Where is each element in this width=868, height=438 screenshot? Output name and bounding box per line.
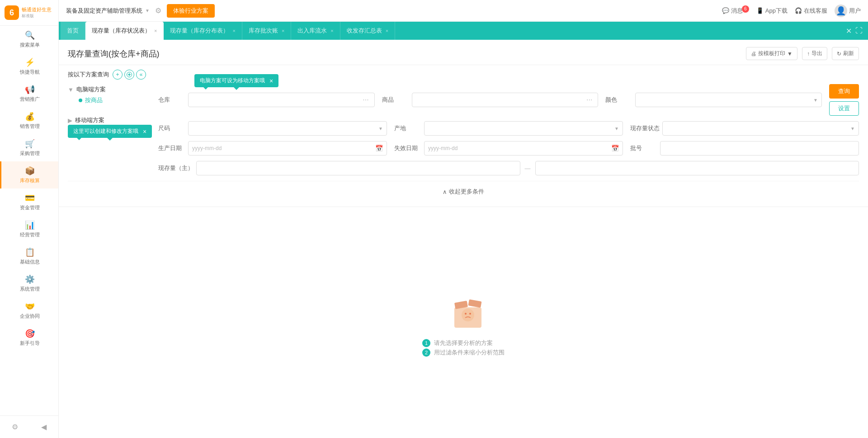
sidebar-item-operation[interactable]: 📊 经营管理 [0,216,58,243]
marketing-nav-icon: 📢 [25,85,35,94]
scheme-pc-arrow: ▼ [68,86,74,93]
color-select[interactable]: ▼ [635,93,822,107]
sidebar-bottom: ⚙ ◀ [0,415,58,438]
collapse-row: ∧ 收起更多条件 [68,181,859,202]
sidebar-item-inventory[interactable]: 📦 库存核算 [0,161,58,188]
scheme-tree-area: ▼ 电脑端方案 按商品 这里可以创建和修改方案哦 × [68,84,859,181]
tab-inventory-dist[interactable]: 现存量（库存分布表） × [164,22,242,40]
support-btn[interactable]: 🎧 在线客服 [795,7,827,15]
origin-label: 产地 [394,124,421,132]
sidebar-settings-icon[interactable]: ⚙ [9,420,20,433]
goods-select[interactable]: ··· [412,93,599,107]
header-right: 💬 消息 6 📱 App下载 🎧 在线客服 👤 用户 [722,5,861,17]
size-label: 尺码 [158,124,185,132]
tab-receive-send-close[interactable]: × [386,28,388,33]
tab-inout-flow[interactable]: 出入库流水 × [291,22,340,40]
inventory-status-select[interactable]: ▼ [662,121,859,136]
export-btn[interactable]: ↑ 导出 [802,47,827,60]
collapse-btn-label: 收起更多条件 [449,188,484,196]
tab-batch-accounts-close[interactable]: × [282,28,284,33]
origin-select[interactable]: ▼ [424,121,623,136]
step1-num: 1 [422,339,430,347]
filter-edit-btn[interactable] [124,70,134,80]
sidebar-label-marketing: 营销推广 [20,96,40,103]
tab-expand-icon[interactable]: ⛶ [855,27,863,35]
page-header: 现存量查询(按仓库+商品) 🖨 按模板打印 ▼ ↑ 导出 ↻ 刷新 [59,40,868,65]
sidebar-item-basic[interactable]: 📋 基础信息 [0,243,58,270]
empty-texts: 1 请先选择要分析的方案 2 用过滤条件来缩小分析范围 [422,338,505,358]
refresh-label: 刷新 [843,50,854,57]
operation-nav-icon: 📊 [25,220,35,230]
form-row-1: 仓库 ··· 商品 ··· [158,84,859,116]
sidebar-item-sales[interactable]: 💰 销售管理 [0,107,58,134]
tab-receive-send[interactable]: 收发存汇总表 × [340,22,395,40]
sidebar-item-guide[interactable]: ⚡ 快捷导航 [0,53,58,80]
avatar: 👤 [835,5,847,17]
inventory-status-arrow-icon: ▼ [850,126,855,131]
filter-prev-btn[interactable]: « [136,70,146,80]
origin-arrow-icon: ▼ [614,126,619,131]
tab-inventory-status[interactable]: 现存量（库存状况表） × [85,22,164,40]
tab-receive-send-label: 收发存汇总表 [347,27,382,35]
color-group: 颜色 ▼ [605,93,822,107]
sidebar-item-system[interactable]: ⚙️ 系统管理 [0,270,58,297]
sidebar-item-corp[interactable]: 🤝 企业协同 [0,297,58,324]
tab-home[interactable]: 首页 [61,22,85,40]
tab-inout-flow-close[interactable]: × [330,28,333,33]
notification-badge: 6 [742,5,749,13]
settings-btn[interactable]: 设置 [829,101,859,116]
message-btn[interactable]: 💬 消息 6 [722,7,749,15]
filter-area: 按以下方案查询 + « 电脑方案可设为移动方案哦 × [59,65,868,207]
tooltip1-close[interactable]: × [269,77,273,85]
scheme-pc-item[interactable]: ▼ 电脑端方案 [68,84,149,95]
collapse-btn[interactable]: ∧ 收起更多条件 [443,185,484,198]
finance-nav-icon: 💳 [25,193,35,203]
message-label: 消息 [731,7,743,15]
warehouse-select[interactable]: ··· [188,93,375,107]
expiry-date-calendar-icon[interactable]: 📅 [611,145,619,152]
sidebar-item-finance[interactable]: 💳 资金管理 [0,188,58,216]
user-btn[interactable]: 👤 用户 [835,5,861,17]
sidebar-item-newbie[interactable]: 🎯 新手引导 [0,324,58,351]
refresh-btn[interactable]: ↻ 刷新 [832,47,859,60]
experience-btn[interactable]: 体验行业方案 [167,4,215,18]
inventory-main-min[interactable] [196,161,520,175]
inventory-main-label: 现存量（主） [158,164,193,172]
header-gear-icon[interactable]: ⚙ [155,6,161,15]
expiry-date-input[interactable]: yyyy-mm-dd 📅 [424,141,623,155]
tab-inventory-dist-close[interactable]: × [232,28,235,33]
color-label: 颜色 [605,96,632,104]
color-arrow-icon: ▼ [813,98,818,103]
sidebar-item-marketing[interactable]: 📢 营销推广 [0,80,58,107]
scheme-mobile-item[interactable]: ▶ 移动端方案 [68,115,149,126]
scheme-dot [79,99,82,102]
template-print-btn[interactable]: 🖨 按模板打印 ▼ [746,47,797,60]
production-date-input[interactable]: yyyy-mm-dd 📅 [188,141,387,155]
batch-no-input[interactable] [660,141,859,155]
query-form: 仓库 ··· 商品 ··· [158,84,859,181]
filter-add-btn[interactable]: + [113,70,123,80]
svg-point-6 [462,309,474,321]
scheme-tree: ▼ 电脑端方案 按商品 这里可以创建和修改方案哦 × [68,84,149,181]
inventory-main-max[interactable] [535,161,859,175]
sidebar-item-search[interactable]: 🔍 搜索菜单 [0,26,58,53]
production-date-calendar-icon[interactable]: 📅 [375,145,383,152]
warehouse-dots-icon[interactable]: ··· [361,96,370,104]
step2-num: 2 [422,349,430,357]
system-name-arrow: ▼ [145,8,150,13]
query-btn[interactable]: 查询 [829,84,859,99]
page-content: 现存量查询(按仓库+商品) 🖨 按模板打印 ▼ ↑ 导出 ↻ 刷新 [59,40,868,438]
sidebar-item-purchase[interactable]: 🛒 采购管理 [0,134,58,161]
scheme-pc-child-goods[interactable]: 按商品 [79,95,149,106]
sidebar-collapse-icon[interactable]: ◀ [39,420,49,433]
tooltip2-close[interactable]: × [143,128,146,135]
size-select[interactable]: ▼ [188,121,387,136]
tab-batch-accounts[interactable]: 库存批次账 × [242,22,291,40]
template-print-label: 按模板打印 [758,50,785,57]
inventory-main-group: 现存量（主） — [158,161,859,175]
tab-close-all-icon[interactable]: ✕ [846,27,852,35]
tab-inventory-status-close[interactable]: × [154,28,157,33]
app-download-btn[interactable]: 📱 App下载 [756,7,788,15]
goods-dots-icon[interactable]: ··· [585,96,594,104]
expiry-date-placeholder: yyyy-mm-dd [428,145,458,151]
